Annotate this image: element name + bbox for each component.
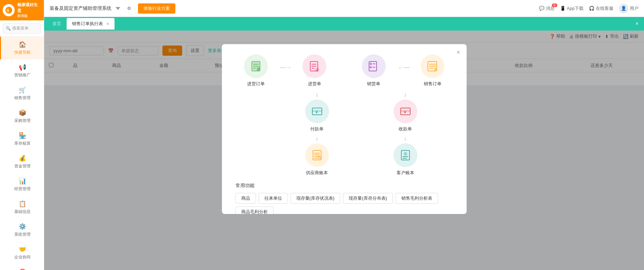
- function-buttons-row1: 商品 往来单位 现存量(库存状况表) 现存量(库存分布表) 销售毛利分析表 商品…: [236, 193, 453, 214]
- sidebar-nav: 🏠 快捷导航 📢 营销推广 🛒 销售管理 📦 采购管理 🏪 库存核算 💰: [0, 37, 44, 270]
- sidebar-item-label: 基础信息: [14, 209, 31, 215]
- sidebar-item-label: 企业协同: [14, 254, 31, 260]
- sidebar-search-area: 🔍 搜索菜单: [0, 20, 44, 37]
- func-btn-stock-dist[interactable]: 现存量(库存分布表): [343, 193, 393, 204]
- flow-diagram: 进货订单 - - - - →: [222, 44, 467, 183]
- svg-point-37: [404, 152, 407, 156]
- message-badge: 6: [552, 3, 557, 7]
- sidebar-item-guide[interactable]: 🎯 新手引导: [0, 264, 44, 270]
- flow-node-purchase-bill[interactable]: ✓ 进货单: [294, 54, 335, 87]
- func-btn-product-gross[interactable]: 商品毛利分析: [236, 206, 274, 214]
- modal-close-button[interactable]: ×: [454, 48, 463, 56]
- sidebar-item-label: 销售管理: [14, 95, 31, 101]
- func-btn-partner[interactable]: 往来单位: [259, 193, 288, 204]
- svg-rect-14: [370, 63, 372, 65]
- service-icon: 🎧: [589, 6, 594, 11]
- message-icon: 💬: [539, 6, 544, 11]
- download-icon: 📱: [560, 6, 565, 11]
- sales-order-circle: $: [421, 54, 445, 78]
- sidebar-item-label: 快捷导航: [14, 50, 31, 55]
- supplier-ledger-circle[interactable]: [305, 143, 329, 167]
- func-btn-sales-gross[interactable]: 销售毛利分析表: [396, 193, 438, 204]
- sidebar-item-purchase[interactable]: 📦 采购管理: [0, 105, 44, 128]
- tab-home[interactable]: 首页: [47, 18, 67, 30]
- flow-node-purchase-order[interactable]: 进货订单: [236, 54, 276, 87]
- app-download-button[interactable]: 📱 App下载: [560, 5, 584, 12]
- arrow-sales-bill-down: ↓: [404, 91, 407, 98]
- sidebar-item-marketing[interactable]: 📢 营销推广: [0, 59, 44, 82]
- svg-text:¥: ¥: [315, 110, 318, 114]
- arrow-receipt-down: ↓: [404, 135, 407, 142]
- enterprise-icon: 🤝: [19, 246, 26, 253]
- user-avatar: 👤: [619, 4, 628, 13]
- svg-text:6: 6: [7, 8, 9, 13]
- tab-close-button[interactable]: ×: [106, 21, 109, 26]
- sidebar-logo: 6 畅康通好生意 标准版: [0, 0, 44, 20]
- user-menu[interactable]: 👤 用户: [619, 4, 639, 13]
- receipt-bill-circle[interactable]: ¥: [394, 100, 417, 123]
- sidebar-item-enterprise[interactable]: 🤝 企业协同: [0, 241, 44, 264]
- sidebar-item-operation[interactable]: 📊 经营管理: [0, 173, 44, 196]
- sidebar-item-system[interactable]: ⚙️ 系统管理: [0, 219, 44, 241]
- arrow-purchase-to-bill: - - - - →: [280, 64, 291, 71]
- arrow-sales-order-to-bill: ← - - - -: [398, 64, 409, 71]
- base-info-icon: 📋: [19, 200, 26, 208]
- customer-ledger-circle[interactable]: [394, 143, 417, 167]
- customer-ledger-label: 客户账本: [397, 170, 414, 176]
- main-content: 装备及固定资产辅助管理系统 ⚙ 体验行业方案 💬 消息 6 📱 App下载 🎧: [44, 0, 644, 270]
- func-btn-product[interactable]: 商品: [236, 193, 256, 204]
- system-dropdown[interactable]: [116, 6, 120, 11]
- svg-rect-15: [370, 66, 372, 68]
- common-functions: 常用功能 商品 往来单位 现存量(库存状况表) 现存量(库存分布表) 销售毛利分…: [222, 183, 467, 214]
- supplier-ledger-label: 供应商账本: [306, 170, 328, 176]
- arrow-payment-down: ↓: [315, 135, 318, 142]
- tab-area-close-button[interactable]: ×: [633, 19, 641, 28]
- flow-row-top: 进货订单 - - - - →: [236, 54, 453, 87]
- logo-sub: 标准版: [17, 14, 41, 18]
- payment-bill-label: 付款单: [310, 126, 324, 132]
- func-btn-stock-status[interactable]: 现存量(库存状况表): [291, 193, 341, 204]
- purchase-icon: 📦: [19, 109, 26, 116]
- common-functions-title: 常用功能: [236, 183, 453, 189]
- svg-text:$: $: [434, 68, 436, 71]
- purchase-order-circle: [244, 54, 268, 78]
- home-icon: 🏠: [19, 41, 26, 48]
- arrow-purchase-bill-down: ↓: [315, 91, 318, 98]
- sales-bill-circle: [362, 54, 386, 78]
- topbar: 装备及固定资产辅助管理系统 ⚙ 体验行业方案 💬 消息 6 📱 App下载 🎧: [44, 0, 644, 17]
- purchase-order-label: 进货订单: [247, 81, 265, 87]
- sidebar: 6 畅康通好生意 标准版 🔍 搜索菜单 🏠 快捷导航 📢 营销推广 �: [0, 0, 44, 270]
- sidebar-item-label: 采购管理: [14, 118, 31, 124]
- sales-icon: 🛒: [19, 86, 26, 94]
- trial-button[interactable]: 体验行业方案: [138, 3, 175, 14]
- sidebar-item-label: 资金管理: [14, 163, 31, 169]
- sidebar-item-finance[interactable]: 💰 资金管理: [0, 150, 44, 173]
- flow-node-sales-bill[interactable]: 销货单: [353, 54, 394, 87]
- system-icon: ⚙️: [19, 223, 26, 230]
- payment-bill-circle[interactable]: ¥: [305, 100, 329, 123]
- receipt-bill-label: 收款单: [399, 126, 412, 132]
- modal-overlay[interactable]: ×: [44, 31, 644, 270]
- flow-row-ledger: ↓: [236, 138, 453, 176]
- marketing-icon: 📢: [19, 64, 26, 71]
- purchase-bill-label: 进货单: [308, 81, 321, 87]
- purchase-bill-circle: ✓: [302, 54, 326, 78]
- inventory-icon: 🏪: [19, 132, 26, 139]
- guide-icon: 🎯: [19, 268, 26, 270]
- operation-icon: 📊: [19, 177, 26, 185]
- sidebar-item-inventory[interactable]: 🏪 库存核算: [0, 128, 44, 150]
- settings-button[interactable]: ⚙: [124, 4, 134, 13]
- flow-node-sales-order[interactable]: $ 销售订单: [412, 54, 453, 87]
- tab-sales-order[interactable]: 销售订单执行表 ×: [67, 18, 115, 30]
- sidebar-item-sales[interactable]: 🛒 销售管理: [0, 82, 44, 105]
- online-service-button[interactable]: 🎧 在线客服: [589, 5, 613, 12]
- logo-icon: 6: [3, 4, 15, 16]
- sidebar-item-base-info[interactable]: 📋 基础信息: [0, 196, 44, 219]
- topbar-actions: 💬 消息 6 📱 App下载 🎧 在线客服 👤 用户: [539, 4, 639, 13]
- search-menu-button[interactable]: 🔍 搜索菜单: [3, 23, 41, 34]
- message-button[interactable]: 💬 消息 6: [539, 5, 555, 12]
- logo-title: 畅康通好生意: [17, 2, 41, 14]
- sidebar-item-label: 库存核算: [14, 141, 31, 146]
- sidebar-item-label: 营销推广: [14, 72, 31, 78]
- sidebar-item-quick-nav[interactable]: 🏠 快捷导航: [0, 37, 44, 59]
